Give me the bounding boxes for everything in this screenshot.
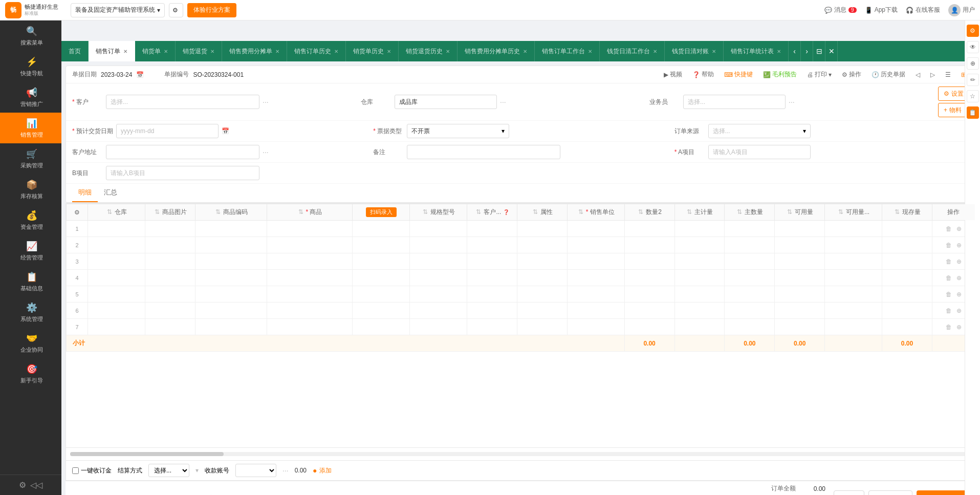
- delete-icon[interactable]: 🗑: [946, 307, 952, 314]
- tab-close-icon[interactable]: ✕: [123, 49, 127, 54]
- scroll-track[interactable]: [70, 452, 971, 456]
- system-selector[interactable]: 装备及固定资产辅助管理系统 ▾: [71, 3, 165, 17]
- sort-icon[interactable]: ⇅: [155, 208, 160, 216]
- warehouse-more-icon[interactable]: ···: [500, 98, 506, 106]
- sort-icon[interactable]: ⇅: [687, 208, 692, 216]
- a-project-input[interactable]: [708, 145, 811, 159]
- delete-icon[interactable]: 🗑: [946, 324, 952, 331]
- qty2-cell[interactable]: [624, 221, 674, 237]
- tab-next-btn[interactable]: ›: [801, 41, 813, 61]
- right-btn-6[interactable]: 📋: [967, 106, 979, 119]
- industry-btn[interactable]: 体验行业方案: [187, 3, 236, 17]
- address-more-icon[interactable]: ···: [263, 148, 269, 156]
- sort-icon[interactable]: ⇅: [737, 208, 742, 216]
- product-cell[interactable]: [267, 221, 353, 237]
- tab-summary[interactable]: 汇总: [98, 184, 123, 202]
- order-source-select[interactable]: 选择... ▾: [708, 124, 811, 138]
- sort-icon[interactable]: ⇅: [895, 208, 900, 216]
- main-qty-cell[interactable]: [725, 221, 775, 237]
- help-btn[interactable]: ❓ 帮助: [689, 69, 717, 80]
- sidebar-item-cooperation[interactable]: 🤝 企业协同: [0, 328, 61, 358]
- delivery-date-input[interactable]: [116, 124, 219, 138]
- sidebar-settings-icon[interactable]: ⚙: [19, 480, 26, 490]
- profit-btn[interactable]: 💹 毛利预告: [760, 69, 800, 80]
- tab-sales-invoice-close-icon[interactable]: ✕: [164, 49, 168, 54]
- sort-icon[interactable]: ⇅: [215, 208, 221, 216]
- quick-order-checkbox[interactable]: [72, 467, 79, 474]
- delete-icon[interactable]: 🗑: [946, 242, 952, 249]
- sort-icon[interactable]: ⇅: [638, 208, 643, 216]
- customer-code-cell[interactable]: [467, 221, 517, 237]
- sidebar-item-finance[interactable]: 💰 资金管理: [0, 205, 61, 235]
- account-select[interactable]: [235, 464, 276, 477]
- warehouse-select[interactable]: 成品库: [395, 95, 497, 109]
- app-download-btn[interactable]: 📱 App下载: [865, 6, 898, 14]
- sort-icon[interactable]: ⇅: [787, 208, 792, 216]
- payment-select[interactable]: 选择...: [148, 464, 189, 477]
- copy-icon[interactable]: ⊕: [956, 274, 962, 282]
- add-account-btn[interactable]: ● 添加: [313, 466, 331, 475]
- sidebar-item-search[interactable]: 🔍 搜索菜单: [0, 20, 61, 51]
- copy-icon[interactable]: ⊕: [956, 258, 962, 265]
- sidebar-item-marketing[interactable]: 📢 营销推广: [0, 82, 61, 113]
- tab-daily-workbench[interactable]: 钱货日清工作台 ✕: [600, 41, 665, 61]
- sidebar-item-operations[interactable]: 📈 经营管理: [0, 235, 61, 266]
- tab-daily-workbench-close-icon[interactable]: ✕: [653, 49, 657, 54]
- tab-detail[interactable]: 明细: [72, 184, 98, 202]
- tab-sales-return-close-icon[interactable]: ✕: [210, 49, 214, 54]
- tab-order-stats-close-icon[interactable]: ✕: [777, 49, 781, 54]
- sidebar-item-inventory[interactable]: 📦 库存核算: [0, 174, 61, 205]
- tab-order-workbench-close-icon[interactable]: ✕: [588, 49, 592, 54]
- tab-daily-reconcile-close-icon[interactable]: ✕: [712, 49, 716, 54]
- salesperson-more-icon[interactable]: ···: [789, 98, 795, 106]
- message-btn[interactable]: 💬 消息 9: [824, 6, 857, 14]
- property-cell[interactable]: [517, 221, 567, 237]
- account-more-icon[interactable]: ···: [282, 466, 289, 475]
- nav-next-btn[interactable]: ▷: [927, 70, 938, 79]
- sidebar-item-guide[interactable]: 🎯 新手引导: [0, 358, 61, 389]
- tab-order-history-close-icon[interactable]: ✕: [334, 49, 338, 54]
- delete-icon[interactable]: 🗑: [946, 291, 952, 298]
- code-cell[interactable]: [195, 221, 267, 237]
- tab-expense-history-close-icon[interactable]: ✕: [523, 49, 527, 54]
- unit-cell[interactable]: [567, 221, 624, 237]
- invoice-type-select[interactable]: 不开票 ▾: [407, 124, 509, 138]
- customer-select[interactable]: 选择...: [106, 95, 259, 109]
- warehouse-cell[interactable]: [88, 221, 145, 237]
- tab-close-all-btn[interactable]: ✕: [825, 41, 838, 61]
- tab-return-history-close-icon[interactable]: ✕: [446, 49, 450, 54]
- tab-sales-invoice[interactable]: 销货单 ✕: [135, 41, 176, 61]
- scan-btn[interactable]: 扫码录入: [366, 207, 397, 217]
- tab-home[interactable]: 首页: [61, 41, 89, 61]
- copy-icon[interactable]: ⊕: [956, 225, 962, 232]
- sort-icon[interactable]: ⇅: [476, 208, 481, 216]
- sort-icon[interactable]: ⇅: [838, 208, 843, 216]
- sort-icon[interactable]: ⇅: [423, 208, 428, 216]
- tab-order-history[interactable]: 销售订单历史 ✕: [287, 41, 346, 61]
- sort-icon[interactable]: ⇅: [298, 208, 303, 216]
- copy-icon[interactable]: ⊕: [956, 242, 962, 249]
- copy-icon[interactable]: ⊕: [956, 291, 962, 298]
- settings-btn[interactable]: ⚙: [169, 3, 183, 17]
- customer-address-select[interactable]: [106, 145, 259, 159]
- tab-sales-order[interactable]: 销售订单 ✕: [89, 41, 135, 61]
- copy-icon[interactable]: ⊕: [956, 307, 962, 314]
- right-btn-5[interactable]: ☆: [967, 90, 979, 102]
- tab-order-workbench[interactable]: 销售订单工作台 ✕: [535, 41, 600, 61]
- b-project-input[interactable]: [106, 166, 259, 180]
- tab-expand-btn[interactable]: ⊟: [813, 41, 825, 61]
- th-settings[interactable]: ⚙: [67, 204, 88, 221]
- note-input[interactable]: [407, 145, 560, 159]
- right-btn-3[interactable]: ⊕: [967, 57, 979, 70]
- tab-prev-btn[interactable]: ‹: [789, 41, 801, 61]
- online-service-btn[interactable]: 🎧 在线客服: [906, 6, 940, 14]
- tab-daily-reconcile[interactable]: 钱货日清对账 ✕: [665, 41, 724, 61]
- spec-cell[interactable]: [410, 221, 467, 237]
- sort-icon[interactable]: ⇅: [533, 208, 538, 216]
- tab-expense-close-icon[interactable]: ✕: [275, 49, 279, 54]
- calendar-icon[interactable]: 📅: [136, 71, 144, 78]
- right-btn-1[interactable]: ⚙: [967, 25, 979, 37]
- tab-invoice-history[interactable]: 销货单历史 ✕: [346, 41, 399, 61]
- tab-invoice-history-close-icon[interactable]: ✕: [387, 49, 391, 54]
- sidebar-item-sales[interactable]: 📊 销售管理: [0, 113, 61, 143]
